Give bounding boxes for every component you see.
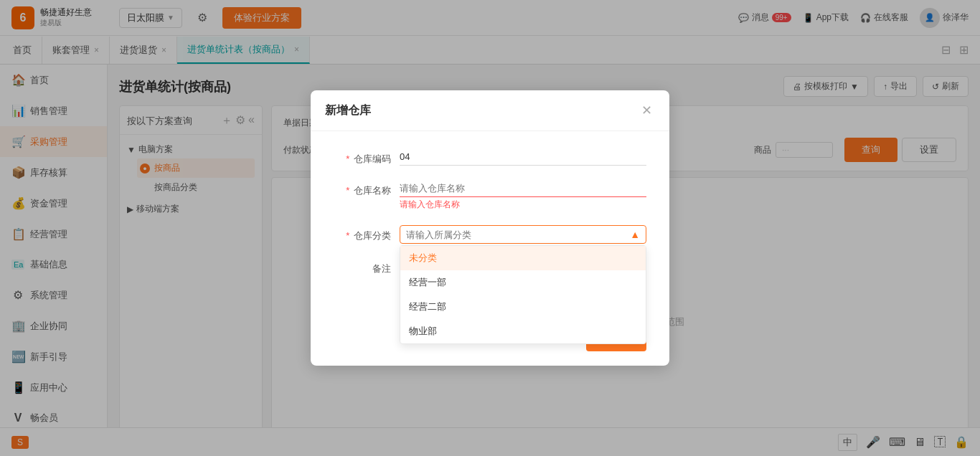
dropdown-item-dept1[interactable]: 经营一部	[400, 270, 646, 295]
category-field-row: * 仓库分类 ▲ 未分类 经营一部 经营二部 物业部	[334, 225, 646, 244]
dropdown-item-uncategorized[interactable]: 未分类	[400, 246, 646, 270]
code-field-wrap	[400, 148, 646, 166]
name-error-msg: 请输入仓库名称	[400, 199, 646, 211]
name-input[interactable]	[400, 180, 646, 197]
dropdown-item-dept3[interactable]: 物业部	[400, 319, 646, 343]
category-field-wrap: ▲ 未分类 经营一部 经营二部 物业部	[400, 225, 646, 244]
required-star-3: *	[346, 230, 349, 241]
category-dropdown: 未分类 经营一部 经营二部 物业部	[400, 245, 646, 344]
modal-title: 新增仓库	[325, 103, 371, 118]
new-warehouse-modal: 新增仓库 ✕ * 仓库编码 * 仓库名称 请输入仓库名称	[311, 90, 669, 366]
name-field-wrap: 请输入仓库名称	[400, 180, 646, 211]
category-arrow-icon[interactable]: ▲	[630, 229, 640, 240]
modal-header: 新增仓库 ✕	[311, 90, 669, 131]
required-star: *	[346, 153, 349, 164]
name-label: * 仓库名称	[334, 180, 391, 197]
remark-label: 备注	[334, 258, 391, 275]
code-input[interactable]	[400, 148, 646, 166]
category-input-row[interactable]: ▲	[400, 225, 646, 244]
dropdown-item-dept2[interactable]: 经营二部	[400, 295, 646, 319]
modal-close-button[interactable]: ✕	[638, 102, 655, 119]
code-label: * 仓库编码	[334, 148, 391, 166]
modal-body: * 仓库编码 * 仓库名称 请输入仓库名称 * 仓库分类	[311, 131, 669, 318]
category-input[interactable]	[406, 229, 630, 240]
name-field-row: * 仓库名称 请输入仓库名称	[334, 180, 646, 211]
required-star-2: *	[346, 185, 349, 196]
category-label: * 仓库分类	[334, 225, 391, 242]
code-field-row: * 仓库编码	[334, 148, 646, 166]
